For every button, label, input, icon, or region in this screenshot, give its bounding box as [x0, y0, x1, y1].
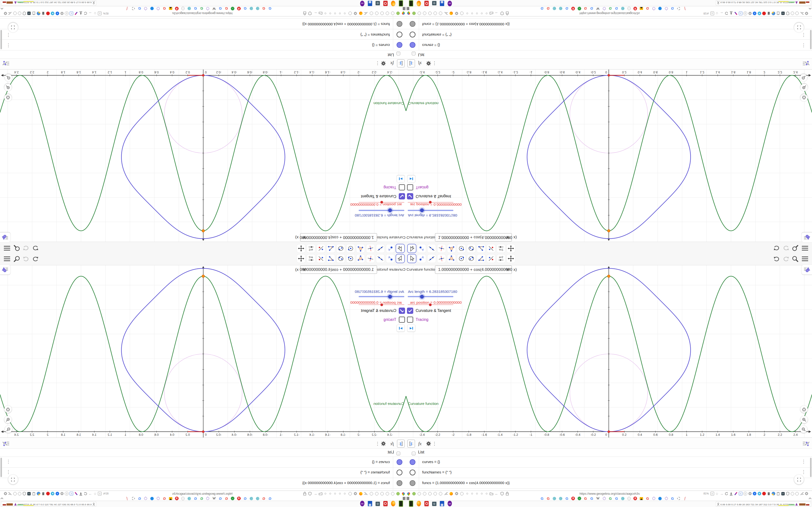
favicon-chat[interactable] [658, 496, 662, 501]
favicon-sphere[interactable] [255, 496, 260, 501]
globe-color-icon[interactable] [771, 492, 776, 496]
favicon-ya[interactable]: Я [633, 6, 638, 11]
terminal-app-icon[interactable] [399, 1, 403, 6]
settings-app-icon[interactable] [383, 501, 388, 506]
conic-tool[interactable] [337, 244, 345, 252]
algebra-panel-toggle[interactable] [407, 440, 415, 448]
favicon-g[interactable]: G [193, 496, 198, 501]
zoom-out-button[interactable] [5, 426, 12, 433]
graphics-stylebar-toggle[interactable] [0, 232, 10, 242]
row-kebab-icon[interactable]: ⋮ [6, 459, 11, 464]
favicon-g[interactable]: G [583, 6, 588, 11]
curvature-tangent-checkbox[interactable] [407, 193, 413, 200]
graphics-panel-icon[interactable] [2, 59, 10, 67]
globe-icon[interactable] [348, 11, 352, 15]
curvature-function-input[interactable]: 1.000000000000 + cos(4.000000000000 x) [300, 233, 377, 241]
firefox-app-icon[interactable] [391, 501, 395, 506]
shield-icon[interactable] [500, 492, 504, 496]
tracing-checkbox[interactable] [407, 317, 413, 323]
folder-icon[interactable] [489, 11, 494, 15]
favicon-g[interactable]: G [243, 496, 247, 501]
dot-icon[interactable] [484, 492, 489, 496]
download-icon[interactable] [729, 11, 733, 15]
graphics-panel-icon[interactable] [802, 59, 810, 67]
slider-tool[interactable]: a=2 [307, 255, 315, 263]
graphics-stylebar-toggle[interactable] [802, 265, 812, 275]
favicon-sphere[interactable] [621, 496, 625, 501]
firefox-app-icon[interactable] [391, 1, 395, 6]
menu-button[interactable] [3, 255, 11, 263]
star-icon[interactable]: ☆ [715, 492, 719, 496]
gear-icon[interactable] [60, 11, 64, 15]
favicon-w[interactable]: W [212, 6, 216, 11]
home-button[interactable] [4, 94, 12, 101]
shield-icon[interactable] [308, 492, 312, 496]
algebra-panel-toggle[interactable] [407, 59, 415, 67]
favicon-g[interactable]: G [670, 6, 675, 11]
translate-icon[interactable]: A [710, 492, 714, 496]
favicon-ggring[interactable] [156, 496, 160, 501]
dot-icon[interactable] [343, 492, 347, 496]
polygon-tool[interactable] [356, 244, 365, 252]
row-kebab-icon[interactable]: ⋮ [801, 32, 806, 38]
scrollbar-thumb[interactable] [810, 30, 812, 49]
gear-icon[interactable] [454, 11, 459, 15]
globe-icon[interactable] [348, 492, 352, 496]
headset-icon[interactable] [380, 492, 384, 496]
translate-icon[interactable]: A [98, 492, 102, 496]
menu-button[interactable] [801, 244, 809, 252]
collapse-icon[interactable]: – [397, 52, 400, 55]
redo-button[interactable] [782, 244, 790, 252]
system-monitor-widget[interactable]: 0.06 0.00 0.17 0.89 20 263 721 34 187 31… [716, 0, 811, 5]
collapse-icon[interactable]: – [412, 52, 415, 55]
row-curves[interactable]: curves = {} ⋮ [406, 39, 812, 50]
favicon-fred[interactable]: f [125, 496, 129, 501]
favicon-ggring[interactable] [156, 6, 160, 11]
row-funcs[interactable]: funcs = {1.000000000000 + cos(4.00000000… [0, 478, 406, 489]
dot-icon[interactable] [338, 11, 342, 15]
clipboard-icon[interactable] [32, 11, 36, 15]
back-arrow-icon[interactable]: ← [313, 492, 317, 496]
url-text[interactable]: https://www.geogebra.org/classic/aagcxh3… [579, 12, 640, 15]
url-text[interactable]: https://www.geogebra.org/classic/aagcxh3… [172, 492, 233, 495]
clipboard-icon[interactable] [776, 11, 780, 15]
circle-with-center-tool[interactable] [347, 255, 355, 263]
favicon-g[interactable]: G [162, 6, 166, 11]
avatar-icon[interactable] [396, 11, 400, 15]
zoom-in-button[interactable] [4, 416, 12, 423]
forward-icon[interactable]: → [719, 492, 724, 496]
zoom-in-button[interactable] [800, 84, 808, 91]
gear-icon[interactable] [804, 492, 809, 496]
favicon-g[interactable]: G [583, 496, 588, 501]
row-curves[interactable]: curves = {} ⋮ [406, 457, 812, 468]
globe-icon[interactable] [790, 11, 795, 15]
favicon-ggring[interactable] [206, 6, 210, 11]
counter-icon[interactable]: 0 [65, 11, 69, 15]
globe-icon[interactable] [460, 11, 464, 15]
point-with-label-tool[interactable]: A [418, 244, 426, 252]
arc-length-slider[interactable] [408, 210, 453, 211]
arc-length-slider[interactable] [359, 296, 404, 297]
chevron-up-icon[interactable] [809, 497, 811, 500]
line-tool[interactable] [376, 255, 385, 263]
row-funcs[interactable]: funcs = {1.000000000000 + cos(4.00000000… [406, 18, 812, 29]
down-circle-icon[interactable]: ▼ [757, 492, 761, 496]
favicon-g[interactable]: G [670, 496, 675, 501]
favicon-photo[interactable] [168, 496, 173, 501]
dot-icon[interactable] [323, 11, 328, 15]
chevron-down-icon[interactable] [302, 269, 306, 271]
counter-icon[interactable]: 0 [743, 11, 748, 15]
graphics-panel-icon[interactable] [802, 440, 810, 448]
algebra-panel-toggle[interactable] [397, 59, 405, 67]
dot-icon[interactable] [470, 11, 474, 15]
globe-icon[interactable] [439, 492, 443, 496]
settings-gear-button[interactable] [379, 59, 387, 67]
favicon-sphere[interactable] [558, 496, 563, 501]
fx-button[interactable]: fx [388, 59, 396, 67]
owl-app-icon[interactable]: oo [448, 501, 452, 506]
row-funcnames[interactable]: funcNames = {" "} ⋮ [406, 467, 812, 478]
favicon-sphere[interactable] [552, 6, 557, 11]
forward-icon[interactable]: → [719, 11, 724, 15]
favicon-sphere[interactable] [249, 6, 254, 11]
favicon-ggring[interactable] [652, 496, 656, 501]
